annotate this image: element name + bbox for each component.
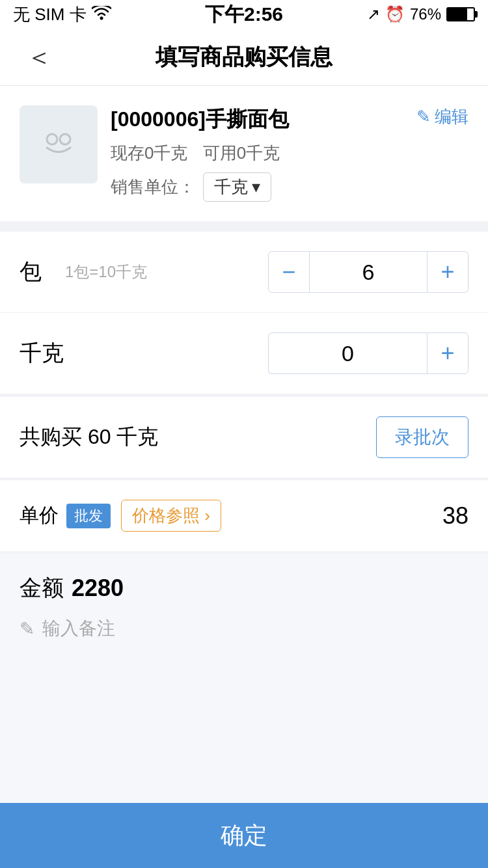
product-stock: 现存0千克 可用0千克: [111, 142, 468, 165]
qty-controls-kg: +: [268, 332, 468, 374]
amount-section: 金额 2280 ✎ 输入备注: [0, 554, 488, 803]
price-tag: 批发: [66, 504, 111, 528]
location-icon: ↗: [367, 5, 380, 23]
qty-plus-kg[interactable]: +: [427, 332, 468, 374]
remark-row[interactable]: ✎ 输入备注: [20, 616, 468, 641]
product-info: [0000006]手撕面包 ✎ 编辑 现存0千克 可用0千克 销售单位： 千克 …: [111, 105, 468, 202]
product-name: [0000006]手撕面包: [111, 105, 289, 134]
quantity-row-bao: 包 1包=10千克 − +: [0, 232, 488, 313]
summary-text: 共购买 60 千克: [20, 423, 376, 452]
back-button[interactable]: ＜: [20, 33, 59, 81]
price-label: 单价: [20, 502, 59, 529]
status-left: 无 SIM 卡: [13, 3, 111, 26]
qty-label-kg: 千克: [20, 338, 64, 368]
status-bar: 无 SIM 卡 下午2:56 ↗ ⏰ 76%: [0, 0, 488, 29]
qty-hint-bao: 1包=10千克: [65, 262, 147, 282]
unit-label: 销售单位：: [111, 176, 195, 198]
price-ref-label: 价格参照 ›: [132, 504, 210, 527]
qty-input-kg[interactable]: [268, 332, 427, 374]
amount-value: 2280: [72, 575, 124, 602]
svg-point-0: [100, 16, 103, 20]
price-section: 单价 批发 价格参照 › 38: [0, 480, 488, 551]
qty-plus-bao[interactable]: +: [427, 251, 468, 293]
battery-icon: [446, 7, 475, 21]
quantity-row-kg: 千克 +: [0, 313, 488, 394]
product-card: [0000006]手撕面包 ✎ 编辑 现存0千克 可用0千克 销售单位： 千克 …: [0, 86, 488, 221]
available-label: 可用0千克: [203, 143, 280, 163]
qty-input-bao[interactable]: [310, 251, 427, 293]
carrier-label: 无 SIM 卡: [13, 3, 87, 26]
qty-controls-bao: − +: [268, 251, 468, 293]
qty-label-bao: 包: [20, 257, 59, 287]
wifi-icon: [92, 5, 111, 25]
nav-bar: ＜ 填写商品购买信息: [0, 29, 488, 86]
price-ref-button[interactable]: 价格参照 ›: [121, 500, 221, 532]
dropdown-icon: ▾: [252, 177, 260, 197]
product-unit-row: 销售单位： 千克 ▾: [111, 172, 468, 202]
edit-icon: ✎: [416, 107, 431, 127]
quantity-section: 包 1包=10千克 − + 千克 +: [0, 232, 488, 394]
product-image: [20, 105, 98, 183]
price-value: 38: [442, 502, 468, 530]
amount-label: 金额: [20, 573, 64, 603]
edit-button[interactable]: ✎ 编辑: [416, 105, 468, 128]
status-time: 下午2:56: [205, 1, 283, 28]
unit-value: 千克: [214, 176, 248, 198]
qty-minus-bao[interactable]: −: [268, 251, 310, 293]
confirm-button[interactable]: 确定: [0, 803, 488, 868]
battery-label: 76%: [410, 5, 441, 23]
page-title: 填写商品购买信息: [156, 42, 332, 72]
svg-point-2: [60, 134, 70, 144]
summary-row: 共购买 60 千克 录批次: [0, 397, 488, 478]
remark-placeholder: 输入备注: [42, 616, 115, 641]
alarm-icon: ⏰: [385, 5, 405, 23]
amount-row: 金额 2280: [20, 573, 468, 603]
unit-select[interactable]: 千克 ▾: [203, 172, 271, 202]
stock-label: 现存0千克: [111, 143, 187, 163]
remark-icon: ✎: [20, 618, 34, 640]
status-right: ↗ ⏰ 76%: [367, 5, 475, 23]
batch-button[interactable]: 录批次: [376, 416, 468, 458]
svg-point-1: [47, 134, 57, 144]
edit-label: 编辑: [435, 105, 468, 128]
